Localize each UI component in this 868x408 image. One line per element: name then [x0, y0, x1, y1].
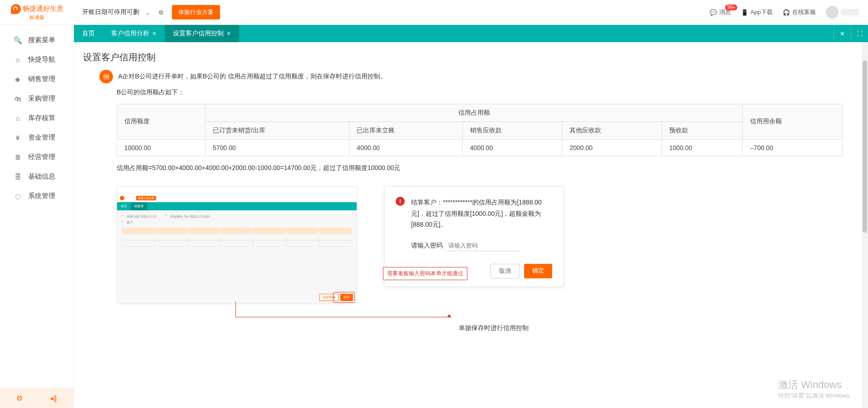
td-balance: –700.00: [743, 139, 843, 156]
example-para-2: B公司的信用额占如下：: [99, 86, 843, 98]
td-c1: 5700.00: [205, 139, 349, 156]
close-icon: ✕: [840, 30, 845, 37]
sidebar-item-label: 资金管理: [28, 133, 55, 142]
example-badge: 例: [99, 70, 113, 83]
th-occupy: 信用占用额: [205, 104, 742, 121]
sidebar-item-basicinfo[interactable]: 🗄基础信息: [0, 167, 74, 186]
selector-text: 开账日期可停用可删: [82, 8, 139, 15]
brand-block: 畅捷通好生意 标准版: [0, 4, 74, 21]
td-credit: 10000.00: [117, 139, 206, 156]
sidebar-item-label: 销售管理: [28, 75, 55, 83]
sidebar-footer: ⚙ ◂∥: [0, 388, 74, 408]
yen-icon: ¥: [14, 134, 22, 142]
doc-icon: 🗎: [14, 153, 22, 161]
brand-name: 畅捷通好生意: [23, 5, 64, 13]
sidebar-item-label: 系统管理: [28, 192, 55, 200]
sidebar-item-label: 搜索菜单: [28, 36, 55, 44]
search-icon: 🔍: [14, 36, 22, 44]
sidebar: 🔍搜索菜单 ⌂快捷导航 ◈销售管理 🛍采购管理 ⌂库存核算 ¥资金管理 🗎经营管…: [0, 25, 74, 408]
td-c2: 4000.00: [349, 139, 462, 156]
sidebar-item-label: 采购管理: [28, 94, 55, 103]
service-label: 在线客服: [792, 8, 816, 16]
circle-icon: ◌: [14, 192, 22, 200]
confirm-button[interactable]: 确定: [524, 264, 552, 278]
tab-home[interactable]: 首页: [74, 25, 103, 42]
th-sub-1: 已订货未销货/出库: [205, 121, 349, 139]
tab-label: 首页: [82, 29, 95, 38]
th-credit-limit: 信用额度: [117, 104, 206, 139]
sidebar-item-search[interactable]: 🔍搜索菜单: [0, 30, 74, 50]
sidebar-item-label: 库存核算: [28, 114, 55, 122]
th-sub-4: 其他应收款: [562, 121, 662, 139]
phone-icon: 📱: [741, 9, 748, 16]
warning-icon: !: [396, 197, 405, 206]
formula-text: 信用占用额=5700.00+4000.00+4000.00+2000.00-10…: [99, 162, 843, 174]
scrollbar[interactable]: [862, 42, 868, 408]
home-icon: ⌂: [14, 56, 22, 64]
user-menu[interactable]: [826, 6, 859, 19]
sidebar-item-label: 基础信息: [28, 172, 55, 181]
connector-line: [99, 304, 843, 322]
page-title: 设置客户信用控制: [74, 42, 868, 70]
experience-plan-button[interactable]: 体验行业方案: [172, 5, 220, 19]
tab-fullscreen-button[interactable]: ⛶: [851, 25, 868, 42]
password-input[interactable]: [447, 240, 520, 251]
tab-credit-analysis[interactable]: 客户信用分析✕: [103, 25, 165, 42]
password-label: 请输入密码: [411, 242, 443, 250]
card-icon: 🗄: [14, 173, 22, 181]
sidebar-item-system[interactable]: ◌系统管理: [0, 186, 74, 206]
headset-icon: 🎧: [783, 9, 790, 16]
messages-button[interactable]: 💬 消息 99+: [710, 8, 731, 16]
account-period-selector[interactable]: 开账日期可停用可删 ⌄: [82, 8, 150, 16]
th-balance: 信用用余额: [743, 104, 843, 139]
fullscreen-icon: ⛶: [857, 30, 863, 37]
sidebar-gear-icon[interactable]: ⚙: [16, 394, 23, 403]
scrollbar-thumb[interactable]: [863, 60, 867, 233]
avatar-icon: [826, 6, 839, 19]
sidebar-item-inventory[interactable]: ⌂库存核算: [0, 108, 74, 128]
warehouse-icon: ⌂: [14, 114, 22, 122]
credit-warning-dialog: ! 结算客户：************的信用占用额为[1888.00元]，超过了…: [384, 186, 564, 287]
sidebar-item-finance[interactable]: ¥资金管理: [0, 128, 74, 147]
brand-logo-icon: [11, 4, 21, 14]
password-note: 需要老板输入密码本单才能通过: [383, 267, 467, 280]
app-download-button[interactable]: 📱 App下载: [741, 8, 773, 16]
th-sub-2: 已出库未立账: [349, 121, 462, 139]
cancel-button[interactable]: 取消: [490, 264, 520, 278]
td-c4: 2000.00: [562, 139, 662, 156]
close-icon[interactable]: ✕: [226, 30, 231, 37]
settings-button[interactable]: ⚙: [155, 6, 167, 19]
sidebar-item-label: 经营管理: [28, 153, 55, 161]
mock-screenshot: 体验行业方案 首页销货单 *单据日期 2020-11-13*单据编号 SA-20…: [117, 186, 357, 304]
sidebar-item-operation[interactable]: 🗎经营管理: [0, 147, 74, 167]
figure-caption: 单据保存时进行信用控制: [145, 324, 843, 332]
tab-label: 客户信用分析: [111, 29, 149, 38]
brand-edition: 标准版: [29, 14, 44, 21]
sidebar-collapse-icon[interactable]: ◂∥: [50, 394, 57, 403]
tab-credit-control[interactable]: 设置客户信用控制✕: [165, 25, 239, 42]
tab-close-all-button[interactable]: ✕: [834, 25, 851, 42]
td-c3: 4000.00: [462, 139, 562, 156]
close-icon[interactable]: ✕: [152, 30, 157, 37]
th-sub-3: 销售应收款: [462, 121, 562, 139]
online-service-button[interactable]: 🎧 在线客服: [783, 8, 816, 16]
chevron-down-icon: ⌄: [145, 9, 150, 16]
sidebar-item-purchase[interactable]: 🛍采购管理: [0, 89, 74, 108]
sidebar-item-sales[interactable]: ◈销售管理: [0, 69, 74, 89]
tabs-bar: 首页 客户信用分析✕ 设置客户信用控制✕ ✕ ⛶: [74, 25, 868, 42]
th-sub-5: 预收款: [662, 121, 743, 139]
credit-table: 信用额度 信用占用额 信用用余额 已订货未销货/出库 已出库未立账 销售应收款 …: [117, 104, 843, 156]
app-download-label: App下载: [750, 8, 773, 16]
sidebar-item-quicknav[interactable]: ⌂快捷导航: [0, 50, 74, 69]
tab-label: 设置客户信用控制: [173, 29, 224, 38]
bag-icon: 🛍: [14, 95, 22, 103]
para-text: A企对B公司进行开单时，如果B公司的 信用占用额超过了信用额度，则在保存时进行信…: [118, 73, 387, 80]
user-name: [841, 9, 859, 15]
example-para-1: 例 A企对B公司进行开单时，如果B公司的 信用占用额超过了信用额度，则在保存时进…: [99, 70, 843, 83]
diamond-icon: ◈: [14, 75, 22, 83]
sidebar-item-label: 快捷导航: [28, 55, 55, 64]
dialog-message: 结算客户：************的信用占用额为[1888.00元]，超过了信用…: [411, 197, 552, 230]
message-icon: 💬: [710, 9, 717, 16]
messages-badge: 99+: [725, 5, 737, 10]
gear-icon: ⚙: [158, 9, 164, 16]
